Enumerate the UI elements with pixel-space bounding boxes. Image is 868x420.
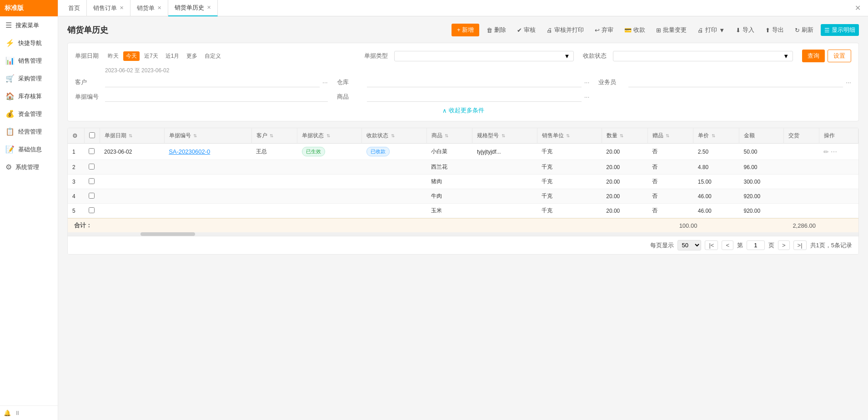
sidebar-item-finance[interactable]: 💰 资金管理 xyxy=(0,105,58,123)
col-settings[interactable]: ⚙ xyxy=(68,128,84,144)
scrollbar-thumb[interactable] xyxy=(140,232,195,236)
col-doc-status[interactable]: 单据状态 ⇅ xyxy=(297,128,362,144)
cell-checkbox[interactable] xyxy=(84,175,100,189)
sidebar-item-search-menu[interactable]: ☰ 搜索菜单 xyxy=(0,16,58,34)
cell-customer xyxy=(251,204,297,218)
cell-checkbox[interactable] xyxy=(84,160,100,175)
col-doc-num[interactable]: 单据编号 ⇅ xyxy=(164,128,251,144)
cell-qty: 20.00 xyxy=(602,189,647,204)
close-all-tabs-icon[interactable]: ✕ xyxy=(851,4,864,12)
audit-button[interactable]: ✔ 审核 xyxy=(513,24,539,36)
col-date[interactable]: 单据日期 ⇅ xyxy=(100,128,164,144)
more-row-icon[interactable]: ⋯ xyxy=(831,148,837,155)
goods-more-icon[interactable]: ··· xyxy=(584,93,590,100)
col-spec[interactable]: 规格型号 ⇅ xyxy=(472,128,537,144)
close-sales-order-tab-icon[interactable]: ✕ xyxy=(120,5,124,11)
sidebar-item-sales-mgmt[interactable]: 📊 销售管理 xyxy=(0,52,58,70)
audit-print-button[interactable]: 🖨 审核并打印 xyxy=(543,24,587,36)
col-qty[interactable]: 数量 ⇅ xyxy=(602,128,647,144)
horizontal-scrollbar[interactable] xyxy=(68,232,858,236)
sidebar-item-quick-nav[interactable]: ⚡ 快捷导航 xyxy=(0,34,58,52)
cell-checkbox[interactable] xyxy=(84,189,100,204)
customer-input[interactable] xyxy=(105,77,320,87)
cell-doc-num[interactable]: SA-20230602-0 xyxy=(164,144,251,160)
delete-button[interactable]: 🗑 删除 xyxy=(483,24,510,36)
cell-unit: 千克 xyxy=(537,204,602,218)
salesperson-more-icon[interactable]: ··· xyxy=(846,79,851,86)
add-button[interactable]: + 新增 xyxy=(452,24,479,36)
col-unit[interactable]: 销售单位 ⇅ xyxy=(537,128,602,144)
abandon-button[interactable]: ↩ 弃审 xyxy=(591,24,617,36)
col-price[interactable]: 单价 ⇅ xyxy=(693,128,739,144)
tab-sales-history[interactable]: 销货单历史 ✕ xyxy=(168,0,218,16)
col-collect-status[interactable]: 收款状态 ⇅ xyxy=(362,128,426,144)
cell-doc-num[interactable] xyxy=(164,204,251,218)
per-page-select[interactable]: 50 100 200 xyxy=(677,240,701,250)
last-page-button[interactable]: >| xyxy=(793,240,807,250)
tab-sales-order[interactable]: 销售订单 ✕ xyxy=(87,0,130,16)
salesperson-input[interactable] xyxy=(628,77,843,87)
date-tag-1month[interactable]: 近1月 xyxy=(163,51,182,61)
notification-icon[interactable]: 🔔 xyxy=(4,410,11,416)
date-tag-today[interactable]: 今天 xyxy=(123,51,140,61)
pause-icon[interactable]: ⏸ xyxy=(15,410,20,416)
cell-doc-num[interactable] xyxy=(164,175,251,189)
collect-button[interactable]: 💳 收款 xyxy=(621,24,649,36)
close-sales-history-tab-icon[interactable]: ✕ xyxy=(207,5,211,10)
col-customer[interactable]: 客户 ⇅ xyxy=(251,128,297,144)
page-num-input[interactable] xyxy=(747,240,765,250)
tab-sales-goods[interactable]: 销货单 ✕ xyxy=(130,0,168,16)
batch-change-button[interactable]: ⊞ 批量变更 xyxy=(652,24,690,36)
cell-price: 46.00 xyxy=(693,189,739,204)
sidebar-item-label: 基础信息 xyxy=(18,145,42,154)
date-range-text: 2023-06-02 至 2023-06-02 xyxy=(105,67,169,74)
sidebar-item-sys-mgmt[interactable]: ⚙ 系统管理 xyxy=(0,158,58,176)
goods-input[interactable] xyxy=(367,92,582,102)
col-transaction[interactable]: 交货 xyxy=(783,128,819,144)
cell-collect-status: 已收款 xyxy=(362,144,426,160)
col-checkbox[interactable] xyxy=(84,128,100,144)
customer-more-icon[interactable]: ··· xyxy=(322,79,328,86)
sidebar-item-base-info[interactable]: 📝 基础信息 xyxy=(0,140,58,158)
select-all-checkbox[interactable] xyxy=(89,132,95,138)
cell-doc-num[interactable] xyxy=(164,189,251,204)
col-amount[interactable]: 金额 xyxy=(739,128,784,144)
warehouse-input[interactable] xyxy=(367,77,582,87)
sidebar-item-label: 搜索菜单 xyxy=(15,21,39,30)
next-page-button[interactable]: > xyxy=(778,240,790,250)
tab-home[interactable]: 首页 xyxy=(62,0,87,16)
sidebar-item-operations[interactable]: 📋 经营管理 xyxy=(0,123,58,140)
date-tag-yesterday[interactable]: 昨天 xyxy=(105,51,121,61)
warehouse-more-icon[interactable]: ··· xyxy=(584,79,590,86)
date-tag-more[interactable]: 更多 xyxy=(184,51,200,61)
print-button[interactable]: 🖨 打印 ▼ xyxy=(694,24,728,36)
export-button[interactable]: ⬆ 导出 xyxy=(762,24,788,36)
sidebar-item-purchase-mgmt[interactable]: 🛒 采购管理 xyxy=(0,70,58,87)
cell-transaction xyxy=(783,189,819,204)
doc-type-select[interactable]: ▼ xyxy=(394,51,574,61)
settings-filter-button[interactable]: 设置 xyxy=(828,50,851,62)
prev-page-button[interactable]: < xyxy=(722,240,733,250)
sidebar-item-label: 资金管理 xyxy=(18,110,42,118)
first-page-button[interactable]: |< xyxy=(705,240,718,250)
col-gift[interactable]: 赠品 ⇅ xyxy=(647,128,693,144)
docstatus-sort-icon: ⇅ xyxy=(326,133,330,138)
sidebar-item-inventory[interactable]: 🏠 库存核算 xyxy=(0,87,58,105)
edit-row-icon[interactable]: ✏ xyxy=(823,148,829,155)
cell-checkbox[interactable] xyxy=(84,144,100,160)
collect-status-select[interactable]: ▼ xyxy=(613,51,793,61)
show-detail-button[interactable]: ☰ 显示明细 xyxy=(821,24,859,36)
date-tag-custom[interactable]: 自定义 xyxy=(202,51,224,61)
settings-col-icon[interactable]: ⚙ xyxy=(72,132,78,139)
collapse-filter-button[interactable]: ∧ 收起更多条件 xyxy=(75,106,851,115)
refresh-button[interactable]: ↻ 刷新 xyxy=(791,24,817,36)
cell-checkbox[interactable] xyxy=(84,204,100,218)
import-button[interactable]: ⬇ 导入 xyxy=(732,24,758,36)
date-tag-7days[interactable]: 近7天 xyxy=(141,51,161,61)
cell-doc-num[interactable] xyxy=(164,160,251,175)
doc-num-input[interactable] xyxy=(105,92,328,102)
close-sales-goods-tab-icon[interactable]: ✕ xyxy=(157,5,161,11)
col-goods[interactable]: 商品 ⇅ xyxy=(426,128,472,144)
query-button[interactable]: 查询 xyxy=(802,50,825,62)
goods-filter-label: 商品 xyxy=(337,93,364,101)
